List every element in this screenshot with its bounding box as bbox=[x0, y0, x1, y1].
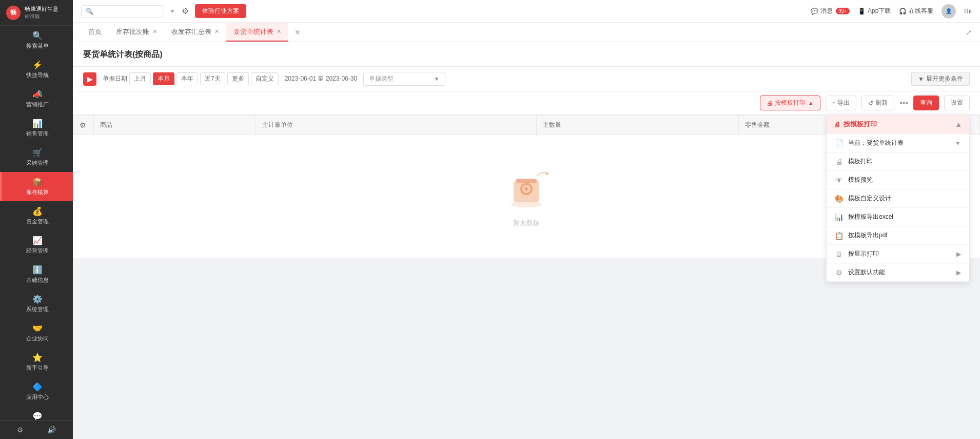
date-btn-7days[interactable]: 近7天 bbox=[200, 72, 225, 85]
date-label: 单据日期 bbox=[103, 74, 127, 83]
date-btn-last-month[interactable]: 上月 bbox=[129, 72, 151, 85]
dropdown-display-print-section: 🖥 按显示打印 ▶ bbox=[827, 245, 969, 263]
tab-inventory-batch[interactable]: 库存批次账 ✕ bbox=[109, 23, 164, 42]
tab-close-inventory-batch[interactable]: ✕ bbox=[152, 28, 157, 35]
dropdown-display-print-item[interactable]: 🖥 按显示打印 ▶ bbox=[827, 245, 969, 263]
dropdown-default-func-item[interactable]: ⚙ 设置默认功能 ▶ bbox=[827, 263, 969, 281]
chevron-right-icon2: ▶ bbox=[956, 269, 961, 276]
dropdown-template-excel-item[interactable]: 📊 按模板导出excel bbox=[827, 208, 969, 226]
date-btn-more[interactable]: 更多 bbox=[227, 72, 249, 85]
printer-icon: 🖨 bbox=[767, 100, 773, 107]
table-settings-icon[interactable]: ⚙ bbox=[80, 121, 86, 129]
gear-icon: ⚙️ bbox=[32, 294, 43, 304]
tab-close-receipt-summary[interactable]: ✕ bbox=[214, 28, 219, 35]
tab-home[interactable]: 首页 bbox=[81, 23, 109, 42]
tab-order-stats[interactable]: 要货单统计表 ✕ bbox=[226, 23, 288, 42]
svg-rect-2 bbox=[516, 179, 537, 183]
dropdown-template-print-item[interactable]: 🖨 模板打印 bbox=[827, 152, 969, 170]
dropdown-template-custom-section: 🎨 模板自定义设计 bbox=[827, 189, 969, 208]
refresh-btn[interactable]: ↺ 刷新 bbox=[861, 96, 894, 110]
online-service-btn[interactable]: 🎧 在线客服 bbox=[899, 7, 933, 15]
app-download-btn[interactable]: 📱 App下载 bbox=[858, 7, 891, 15]
printer-header-icon: 🖨 bbox=[834, 121, 840, 128]
date-btn-custom[interactable]: 自定义 bbox=[251, 72, 279, 85]
svg-point-7 bbox=[545, 172, 548, 175]
tab-receipt-summary[interactable]: 收发存汇总表 ✕ bbox=[164, 23, 226, 42]
sidebar-item-finance[interactable]: 💰 资金管理 bbox=[0, 201, 73, 231]
dropdown-current-item[interactable]: 📄 当前：要货单统计表 ▼ bbox=[827, 134, 969, 152]
filter-date-group: 单据日期 上月 本月 本年 近7天 更多 自定义 bbox=[103, 72, 279, 85]
expand-more-btn[interactable]: ▼ 展开更多条件 bbox=[911, 72, 970, 86]
sidebar-item-purchase[interactable]: 🛒 采购管理 bbox=[0, 143, 73, 172]
search-icon: 🔍 bbox=[86, 8, 93, 15]
cart-icon: 🛒 bbox=[32, 148, 43, 158]
sidebar: 畅 畅康通好生意 标准版 🔍 搜索菜单 ⚡ 快捷导航 📣 营销推广 📊 销售管理… bbox=[0, 0, 73, 439]
megaphone-icon: 📣 bbox=[32, 89, 43, 99]
print-template-btn[interactable]: 🖨 按模板打印 ▲ bbox=[760, 96, 820, 110]
topbar-search-box[interactable]: 🔍 bbox=[81, 5, 163, 17]
default-func-icon: ⚙ bbox=[835, 269, 843, 277]
avatar-placeholder: 👤 bbox=[946, 8, 952, 14]
message-badge: 99+ bbox=[836, 8, 850, 14]
topbar-dropdown[interactable]: ▼ bbox=[169, 8, 175, 15]
eye-icon: 👁 bbox=[835, 176, 843, 184]
filter-expand-toggle[interactable]: ▶ bbox=[83, 72, 96, 86]
date-btn-this-month[interactable]: 本月 bbox=[153, 72, 174, 85]
sidebar-item-shortcut[interactable]: ⚡ 快捷导航 bbox=[0, 55, 73, 84]
topbar-settings-icon[interactable]: ⚙ bbox=[182, 6, 189, 16]
user-name: Rit bbox=[964, 8, 972, 15]
more-actions-icon[interactable]: ••• bbox=[899, 99, 908, 108]
design-icon: 🎨 bbox=[835, 195, 843, 203]
download-icon: 📱 bbox=[858, 8, 866, 15]
doc-type-select[interactable]: 单据类型 ▼ bbox=[363, 72, 445, 86]
date-btn-this-year[interactable]: 本年 bbox=[177, 72, 198, 85]
sidebar-item-operation[interactable]: 📈 经营管理 bbox=[0, 231, 73, 260]
dropdown-template-custom-item[interactable]: 🎨 模板自定义设计 bbox=[827, 189, 969, 207]
topbar-left: 🔍 ▼ ⚙ 体验行业方案 bbox=[81, 4, 811, 18]
sidebar-item-guide[interactable]: ⭐ 新手引导 bbox=[0, 348, 73, 377]
sidebar-item-search[interactable]: 🔍 搜索菜单 bbox=[0, 26, 73, 55]
chevron-up-icon: ▲ bbox=[808, 100, 814, 107]
query-btn[interactable]: 查询 bbox=[913, 96, 939, 110]
volume-footer-icon[interactable]: 🔊 bbox=[47, 426, 56, 434]
empty-text: 暂无数据 bbox=[513, 218, 540, 227]
page-header: 要货单统计表(按商品) bbox=[73, 42, 980, 67]
chevron-down-icon: ▼ bbox=[434, 75, 440, 83]
sidebar-item-wechat[interactable]: 💬 企业微信 bbox=[0, 406, 73, 420]
toolbar: 🖨 按模板打印 ▲ ↑ 导出 ↺ 刷新 ••• 查询 设置 🖨 按模板打印 bbox=[73, 91, 980, 115]
dropdown-template-print-section: 🖨 模板打印 bbox=[827, 152, 969, 171]
dropdown-collapse-btn[interactable]: ▲ bbox=[955, 120, 962, 128]
tab-close-order-stats[interactable]: ✕ bbox=[277, 28, 281, 35]
sidebar-item-inventory[interactable]: 📦 库存核算 bbox=[0, 172, 73, 201]
trial-btn[interactable]: 体验行业方案 bbox=[195, 4, 246, 18]
star-icon: ⭐ bbox=[32, 353, 43, 362]
topbar-right: 💬 消息 99+ 📱 App下载 🎧 在线客服 👤 Rit bbox=[811, 4, 972, 18]
user-avatar[interactable]: 👤 bbox=[942, 4, 956, 18]
dropdown-current-section: 📄 当前：要货单统计表 ▼ bbox=[827, 134, 969, 152]
tab-expand-btn[interactable]: ⤢ bbox=[966, 28, 972, 36]
settings-footer-icon[interactable]: ⚙ bbox=[17, 426, 24, 434]
sidebar-item-system[interactable]: ⚙️ 系统管理 bbox=[0, 289, 73, 318]
sidebar-item-sales[interactable]: 📊 销售管理 bbox=[0, 113, 73, 143]
main-content: 🔍 ▼ ⚙ 体验行业方案 💬 消息 99+ 📱 App下载 🎧 在线客服 bbox=[73, 0, 980, 439]
trending-icon: 📈 bbox=[32, 236, 43, 245]
app-logo-icon: 畅 bbox=[6, 6, 21, 20]
tabbar: 首页 库存批次账 ✕ 收发存汇总表 ✕ 要货单统计表 ✕ ✕ ⤢ bbox=[73, 23, 980, 42]
dropdown-template-preview-item[interactable]: 👁 模板预览 bbox=[827, 171, 969, 189]
dropdown-header: 🖨 按模板打印 ▲ bbox=[827, 114, 969, 134]
sidebar-item-marketing[interactable]: 📣 营销推广 bbox=[0, 84, 73, 113]
page-content: 要货单统计表(按商品) ▶ 单据日期 上月 本月 本年 近7天 更多 自定义 2… bbox=[73, 42, 980, 439]
sidebar-navigation: 🔍 搜索菜单 ⚡ 快捷导航 📣 营销推广 📊 销售管理 🛒 采购管理 📦 库存核… bbox=[0, 26, 73, 420]
headset-icon: 🎧 bbox=[899, 8, 907, 15]
sidebar-item-corp[interactable]: 🤝 企业协同 bbox=[0, 318, 73, 348]
page-title: 要货单统计表(按商品) bbox=[83, 49, 970, 60]
message-btn[interactable]: 💬 消息 99+ bbox=[811, 7, 850, 15]
sidebar-item-apps[interactable]: 🔷 应用中心 bbox=[0, 377, 73, 406]
empty-svg bbox=[501, 166, 552, 212]
print-template-dropdown: 🖨 按模板打印 ▲ 📄 当前：要货单统计表 ▼ bbox=[826, 114, 970, 282]
sidebar-item-basic[interactable]: ℹ️ 基础信息 bbox=[0, 260, 73, 289]
dropdown-template-pdf-item[interactable]: 📋 按模板导出pdf bbox=[827, 226, 969, 244]
export-btn[interactable]: ↑ 导出 bbox=[826, 96, 856, 110]
settings-btn[interactable]: 设置 bbox=[944, 96, 970, 110]
tab-close-main-btn[interactable]: ✕ bbox=[295, 28, 301, 36]
